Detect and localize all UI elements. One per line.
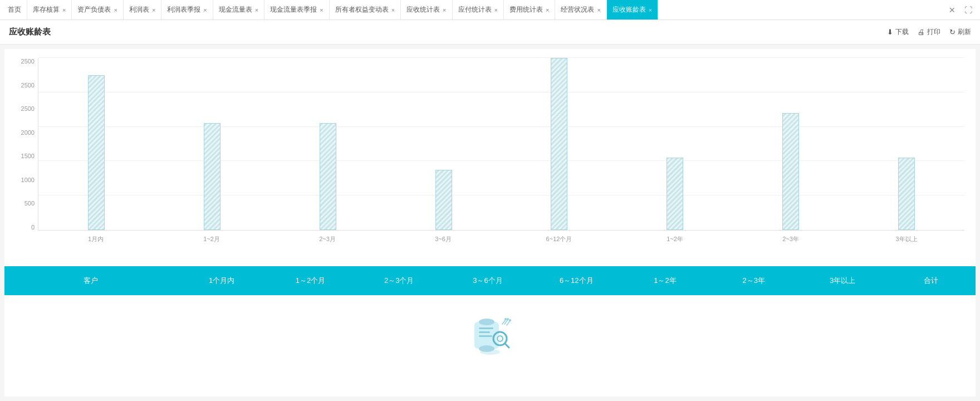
th-customer: 客户 xyxy=(4,276,178,286)
tab-bar: 首页 库存核算 × 资产负债表 × 利润表 × 利润表季报 × 现金流量表 × … xyxy=(0,0,980,20)
table-header: 客户 1个月内 1～2个月 2～3个月 3～6个月 6～12个月 1～2年 2～… xyxy=(4,266,976,295)
svg-rect-4 xyxy=(479,327,493,329)
th-month6-12: 6～12个月 xyxy=(532,276,621,286)
bar-month3-6 xyxy=(435,170,452,230)
refresh-button[interactable]: ↻ 刷新 xyxy=(949,27,971,37)
svg-point-2 xyxy=(479,319,494,325)
th-total: 合计 xyxy=(887,276,976,286)
tab-close-ap-stats[interactable]: × xyxy=(494,7,498,13)
chart-x-axis: 1月内 1~2月 2~3月 3~6月 6~12个月 1~2年 2~3年 3年以上 xyxy=(38,231,964,247)
bar-month2-3 xyxy=(320,123,336,230)
chart-container: 0 500 1000 1500 2000 2500 2500 2500 xyxy=(16,58,964,247)
bar-group-6 xyxy=(733,58,849,230)
chart-plot xyxy=(38,58,964,231)
tab-close-cashflow[interactable]: × xyxy=(255,7,258,13)
x-label-1: 1~2月 xyxy=(154,235,270,243)
y-label-0: 0 xyxy=(31,224,35,231)
print-button[interactable]: 🖨 打印 xyxy=(918,27,940,37)
tab-close-operating[interactable]: × xyxy=(597,7,600,13)
bar-group-5 xyxy=(617,58,733,230)
tab-close-inventory[interactable]: × xyxy=(62,7,66,13)
tab-close-profit[interactable]: × xyxy=(152,7,155,13)
y-label-1000: 1000 xyxy=(21,177,35,183)
x-label-5: 1~2年 xyxy=(617,235,733,243)
page-header: 应收账龄表 ⬇ 下载 🖨 打印 ↻ 刷新 xyxy=(0,20,980,45)
bar-group-4 xyxy=(502,58,618,230)
x-label-2: 2~3月 xyxy=(270,235,385,243)
page-title: 应收账龄表 xyxy=(9,27,51,37)
tab-cashflow[interactable]: 现金流量表 × xyxy=(213,0,264,20)
y-label-1500: 1500 xyxy=(21,153,35,159)
tab-profit-quarterly[interactable]: 利润表季报 × xyxy=(161,0,213,20)
bar-year2-3 xyxy=(782,113,799,230)
svg-line-9 xyxy=(505,344,509,348)
th-year3plus: 3年以上 xyxy=(798,276,886,286)
bar-group-3 xyxy=(386,58,502,230)
tab-expense-stats[interactable]: 费用统计表 × xyxy=(504,0,555,20)
tab-close-cashflow-quarterly[interactable]: × xyxy=(320,7,323,13)
svg-point-16 xyxy=(509,319,511,321)
y-label-2500a: 2500 xyxy=(21,105,35,112)
bar-group-2 xyxy=(270,58,386,230)
th-month1: 1个月内 xyxy=(178,276,266,286)
tab-ar-aging[interactable]: 应收账龄表 × xyxy=(607,0,658,20)
main-content: 0 500 1000 1500 2000 2500 2500 2500 xyxy=(4,49,976,397)
tab-close-balance-sheet[interactable]: × xyxy=(114,7,117,13)
tab-cashflow-quarterly[interactable]: 现金流量表季报 × xyxy=(264,0,329,20)
x-label-6: 2~3年 xyxy=(733,235,849,243)
y-label-2500c: 2500 xyxy=(21,58,35,65)
tab-close-ar-stats[interactable]: × xyxy=(443,7,446,13)
svg-point-3 xyxy=(479,345,494,352)
window-maximize-button[interactable]: ⛶ xyxy=(961,3,976,17)
download-icon: ⬇ xyxy=(887,28,893,36)
x-label-3: 3~6月 xyxy=(385,235,501,243)
print-icon: 🖨 xyxy=(918,28,925,36)
x-label-0: 1月内 xyxy=(38,235,154,243)
th-month2-3: 2～3个月 xyxy=(355,276,443,286)
th-year1-2: 1～2年 xyxy=(621,276,709,286)
bar-year1-2 xyxy=(667,158,683,230)
svg-point-15 xyxy=(507,318,509,320)
x-label-4: 6~12个月 xyxy=(501,235,617,243)
bar-group-7 xyxy=(849,58,964,230)
x-label-7: 3年以上 xyxy=(849,235,964,243)
download-button[interactable]: ⬇ 下载 xyxy=(887,27,909,37)
bars-row xyxy=(38,58,964,230)
bar-month6-12 xyxy=(551,58,567,230)
tab-operating[interactable]: 经营状况表 × xyxy=(555,0,606,20)
tab-close-expense-stats[interactable]: × xyxy=(546,7,549,13)
y-label-2500b: 2500 xyxy=(21,82,35,89)
bar-group-1 xyxy=(154,58,270,230)
tab-close-equity[interactable]: × xyxy=(391,7,395,13)
y-label-2000: 2000 xyxy=(21,129,35,136)
svg-rect-5 xyxy=(479,331,490,333)
bar-year3plus xyxy=(898,158,915,230)
empty-icon xyxy=(462,312,518,356)
y-label-500: 500 xyxy=(24,200,35,207)
tab-inventory[interactable]: 库存核算 × xyxy=(27,0,72,20)
window-close-button[interactable]: ✕ xyxy=(945,3,959,17)
th-year2-3: 2～3年 xyxy=(709,276,798,286)
th-month3-6: 3～6个月 xyxy=(443,276,532,286)
th-month1-2: 1～2个月 xyxy=(266,276,355,286)
tab-equity[interactable]: 所有者权益变动表 × xyxy=(330,0,401,20)
tab-close-ar-aging[interactable]: × xyxy=(649,7,652,13)
tab-bar-actions: ✕ ⛶ xyxy=(945,3,978,17)
tab-close-profit-quarterly[interactable]: × xyxy=(203,7,207,13)
tab-ap-stats[interactable]: 应付统计表 × xyxy=(453,0,504,20)
chart-area: 0 500 1000 1500 2000 2500 2500 2500 xyxy=(4,49,976,266)
bar-group-0 xyxy=(38,58,154,230)
empty-state xyxy=(4,295,976,373)
svg-point-14 xyxy=(504,318,507,320)
tab-ar-stats[interactable]: 应收统计表 × xyxy=(401,0,452,20)
tab-profit[interactable]: 利润表 × xyxy=(124,0,161,20)
tab-balance-sheet[interactable]: 资产负债表 × xyxy=(72,0,123,20)
bar-month1 xyxy=(88,75,105,230)
chart-y-axis: 0 500 1000 1500 2000 2500 2500 2500 xyxy=(16,58,38,231)
bar-month1-2 xyxy=(204,123,220,230)
page-actions: ⬇ 下载 🖨 打印 ↻ 刷新 xyxy=(887,27,971,37)
svg-line-13 xyxy=(507,321,510,325)
tab-home[interactable]: 首页 xyxy=(2,0,27,20)
refresh-icon: ↻ xyxy=(949,28,955,36)
svg-rect-6 xyxy=(479,335,492,337)
